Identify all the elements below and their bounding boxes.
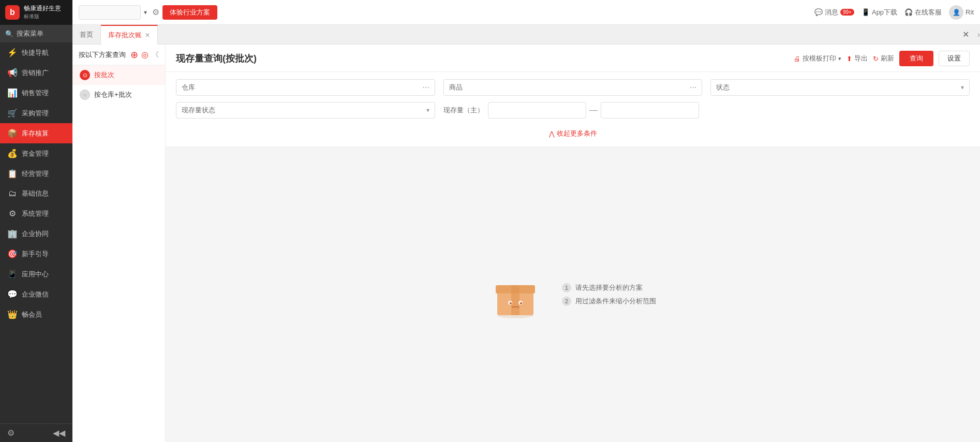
topbar-search-input[interactable] — [79, 5, 141, 20]
messages-label: 消息 — [825, 8, 838, 17]
status-dropdown[interactable]: 状态 ▾ — [710, 79, 970, 96]
stock-status-label: 现存量状态 — [182, 106, 215, 115]
warehouse-input[interactable] — [199, 84, 420, 92]
sidebar-item-app-center[interactable]: 📱 应用中心 — [0, 264, 72, 284]
step-1-label: 请先选择要分析的方案 — [575, 283, 643, 292]
topbar-dropdown-arrow[interactable]: ▾ — [144, 9, 147, 16]
sidebar-collapse-icon[interactable]: ◀◀ — [53, 428, 65, 438]
status-label: 状态 — [716, 83, 730, 92]
experience-btn[interactable]: 体验行业方案 — [162, 5, 217, 20]
sidebar-footer: ⚙ ◀◀ — [0, 423, 72, 442]
filter-area: 仓库 ··· 商品 ··· — [166, 72, 980, 147]
messages-badge: 99+ — [840, 9, 854, 16]
sidebar-item-operations[interactable]: 📋 经营管理 — [0, 164, 72, 184]
topbar: ▾ ⚙ 体验行业方案 💬 消息 99+ 📱 App下载 🎧 在线客服 👤 Rit — [72, 0, 980, 25]
online-service-item[interactable]: 🎧 在线客服 — [904, 8, 942, 17]
topbar-gear-icon[interactable]: ⚙ — [152, 7, 159, 17]
scheme-icon-by-warehouse-batch: ○ — [80, 90, 90, 100]
export-action[interactable]: ⬆ 导出 — [847, 54, 868, 63]
app-download-item[interactable]: 📱 App下载 — [862, 8, 897, 17]
sidebar-item-finance[interactable]: 💰 资金管理 — [0, 143, 72, 164]
settings-btn[interactable]: 设置 — [939, 51, 970, 66]
sidebar-item-inventory-label: 库存核算 — [22, 129, 49, 138]
product-input[interactable] — [467, 84, 688, 92]
search-icon: 🔍 — [5, 30, 13, 38]
scheme-item-by-batch[interactable]: ⊙ 按批次 — [72, 65, 165, 85]
sidebar-item-purchase[interactable]: 🛒 采购管理 — [0, 103, 72, 123]
sidebar-item-shortcut[interactable]: ⚡ 快捷导航 — [0, 42, 72, 63]
sidebar-item-marketing-label: 营销推广 — [22, 68, 49, 78]
sidebar-item-basic[interactable]: 🗂 基础信息 — [0, 184, 72, 203]
tab-panel-close-btn[interactable]: ✕ — [956, 30, 975, 39]
user-display-name: Rit — [966, 8, 974, 16]
tab-home[interactable]: 首页 — [72, 25, 101, 45]
query-btn[interactable]: 查询 — [899, 51, 933, 66]
warehouse-filter: 仓库 ··· — [176, 79, 435, 96]
sidebar-item-system-label: 系统管理 — [22, 209, 49, 218]
sidebar-item-member[interactable]: 👑 畅会员 — [0, 304, 72, 325]
product-input-wrap[interactable]: 商品 ··· — [443, 79, 703, 96]
stock-quantity-min-input[interactable] — [494, 107, 581, 114]
sidebar-item-system[interactable]: ⚙ 系统管理 — [0, 203, 72, 224]
sidebar-item-newbie[interactable]: 🎯 新手引导 — [0, 244, 72, 264]
user-item[interactable]: 👤 Rit — [949, 5, 974, 20]
message-icon: 💬 — [814, 8, 823, 16]
search-menu-label: 搜索菜单 — [17, 29, 43, 38]
print-dropdown-arrow[interactable]: ▾ — [838, 55, 841, 62]
export-icon: ⬆ — [847, 55, 852, 63]
svg-rect-3 — [511, 285, 519, 315]
filter-row-2: 现存量状态 ▾ 现存量（主） — — [176, 102, 970, 119]
scheme-add-btn[interactable]: ⊕ — [130, 50, 138, 60]
scheme-settings-btn[interactable]: ◎ — [141, 50, 149, 60]
sidebar-item-purchase-label: 采购管理 — [22, 109, 49, 118]
app-download-label: App下载 — [872, 8, 897, 17]
collapse-bar[interactable]: ⋀ 收起更多条件 — [176, 125, 970, 142]
sidebar-item-sales[interactable]: 📊 销售管理 — [0, 83, 72, 103]
stock-quantity-max-input[interactable] — [606, 107, 693, 114]
online-service-label: 在线客服 — [915, 8, 942, 17]
sidebar-item-inventory[interactable]: 📦 库存核算 — [0, 123, 72, 143]
topbar-right: 💬 消息 99+ 📱 App下载 🎧 在线客服 👤 Rit — [814, 5, 974, 20]
scheme-item-by-warehouse-batch-label: 按仓库+批次 — [94, 90, 132, 99]
headset-icon: 🎧 — [904, 8, 913, 16]
print-action[interactable]: 🖨 按模板打印 ▾ — [794, 54, 841, 63]
scheme-item-by-batch-label: 按批次 — [94, 70, 114, 80]
marketing-icon: 📢 — [7, 68, 18, 78]
sidebar-item-wechat-label: 企业微信 — [22, 290, 49, 299]
refresh-action[interactable]: ↻ 刷新 — [873, 54, 894, 63]
sidebar-nav: ⚡ 快捷导航 📢 营销推广 📊 销售管理 🛒 采购管理 📦 库存核算 💰 资金管… — [0, 42, 72, 423]
product-dots[interactable]: ··· — [690, 83, 696, 92]
warehouse-input-wrap[interactable]: 仓库 ··· — [176, 79, 435, 96]
tab-inventory-batch-close[interactable]: ✕ — [145, 32, 150, 39]
stock-quantity-dash: — — [586, 106, 601, 115]
sidebar-item-marketing[interactable]: 📢 营销推广 — [0, 63, 72, 83]
empty-step-1: 1 请先选择要分析的方案 — [562, 283, 656, 292]
search-menu-item[interactable]: 🔍 搜索菜单 — [0, 25, 72, 42]
stock-quantity-max-wrap[interactable] — [601, 102, 699, 119]
refresh-icon: ↻ — [873, 55, 879, 63]
tab-panel-menu-icon[interactable]: › — [977, 30, 980, 39]
sidebar-item-wechat[interactable]: 💬 企业微信 — [0, 284, 72, 304]
topbar-left: ▾ ⚙ 体验行业方案 — [79, 5, 810, 20]
wechat-icon: 💬 — [7, 289, 18, 299]
settings-footer-icon[interactable]: ⚙ — [7, 428, 14, 438]
stock-quantity-min-wrap[interactable] — [488, 102, 586, 119]
tab-inventory-batch[interactable]: 库存批次账 ✕ — [101, 25, 158, 45]
messages-item[interactable]: 💬 消息 99+ — [814, 8, 854, 17]
sidebar-item-enterprise[interactable]: 🏢 企业协同 — [0, 224, 72, 244]
purchase-icon: 🛒 — [7, 108, 18, 118]
sidebar-item-member-label: 畅会员 — [22, 310, 42, 319]
product-label: 商品 — [449, 83, 463, 92]
user-avatar: 👤 — [949, 5, 963, 20]
scheme-collapse-btn[interactable]: 《 — [152, 50, 159, 60]
warehouse-label: 仓库 — [182, 83, 195, 92]
stock-status-dropdown[interactable]: 现存量状态 ▾ — [176, 102, 435, 119]
main-panel: 现存量查询(按批次) 🖨 按模板打印 ▾ ⬆ 导出 ↻ 刷新 — [166, 45, 980, 442]
scheme-item-by-warehouse-batch[interactable]: ○ 按仓库+批次 — [72, 85, 165, 105]
scheme-panel: 按以下方案查询 ⊕ ◎ 《 ⊙ 按批次 ○ 按仓库+批次 — [72, 45, 166, 442]
product-filter: 商品 ··· — [443, 79, 703, 96]
collapse-label: 收起更多条件 — [557, 129, 597, 138]
warehouse-dots[interactable]: ··· — [422, 83, 429, 92]
sidebar-item-app-center-label: 应用中心 — [22, 270, 49, 279]
inventory-icon: 📦 — [7, 128, 18, 138]
